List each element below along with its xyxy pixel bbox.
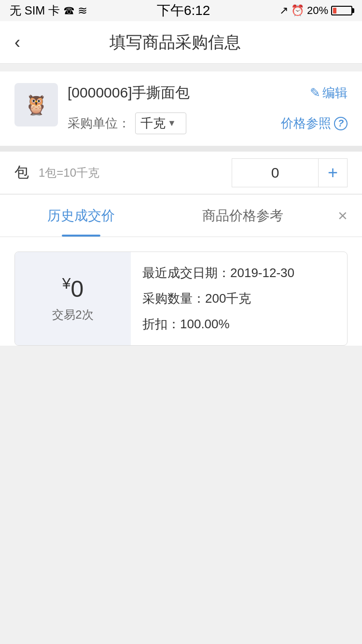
qty-input[interactable] [232,158,319,187]
history-detail-block: 最近成交日期：2019-12-30 采购数量：200千克 折扣：100.00% [131,252,347,345]
qty-unit-label: 包 [14,163,29,182]
product-card: 🦉 [0000006]手撕面包 ✎ 编辑 采购单位： 千克 ▼ [0,71,362,146]
purchase-qty-label: 采购数量： [142,291,205,306]
tab-active-underline [62,235,100,237]
section-divider [0,146,362,152]
discount-value: 100.00% [180,317,230,331]
edit-icon: ✎ [310,85,320,100]
tab-history-price[interactable]: 历史成交价 [0,195,162,237]
edit-label: 编辑 [322,84,348,101]
recent-date-value: 2019-12-30 [230,266,294,280]
unit-select[interactable]: 千克 ▼ [135,112,186,134]
location-icon: ↗ [279,4,288,17]
history-card: ¥0 交易2次 最近成交日期：2019-12-30 采购数量：200千克 折扣：… [14,252,348,346]
unit-label-text: 采购单位： [68,115,130,132]
discount-row: 折扣：100.00% [142,315,335,334]
product-info: [0000006]手撕面包 ✎ 编辑 采购单位： 千克 ▼ 价格参照 [68,83,348,134]
qty-input-area: + [232,158,348,187]
history-price-value: ¥0 [62,275,84,302]
currency-symbol: ¥ [62,275,71,292]
price-amount: 0 [71,276,84,302]
close-icon: × [338,206,348,225]
main-content-area [0,360,362,644]
help-circle-icon: ? [334,117,348,130]
qty-plus-button[interactable]: + [319,158,348,187]
edit-button[interactable]: ✎ 编辑 [310,84,348,101]
status-time: 下午6:12 [157,1,210,20]
close-panel-button[interactable]: × [323,195,362,237]
status-bar: 无 SIM 卡 ☎ ≋ 下午6:12 ↗ ⏰ 20% [0,0,362,21]
product-name: [0000006]手撕面包 [68,83,190,103]
unit-value: 千克 [140,115,166,132]
tab-price-ref-label: 商品价格参考 [202,207,283,225]
tab-price-reference[interactable]: 商品价格参考 [162,195,323,237]
battery-percent: 20% [307,4,328,17]
quantity-row: 包 1包=10千克 + [0,152,362,194]
tabs-panel: 历史成交价 商品价格参考 × ¥0 交易2次 最近成交日期：2019-12-30… [0,194,362,346]
page-title: 填写商品采购信息 [30,31,320,54]
status-right: ↗ ⏰ 20% [279,4,352,17]
unit-label-area: 采购单位： 千克 ▼ [68,112,186,134]
battery-icon [331,6,352,15]
carrier-text: 无 SIM 卡 ☎ ≋ [10,3,87,18]
discount-label: 折扣： [142,317,180,331]
alarm-icon: ⏰ [291,4,304,17]
history-price-block: ¥0 交易2次 [15,252,131,345]
tab-history-label: 历史成交价 [47,207,115,225]
qty-conversion-note: 1包=10千克 [39,165,222,181]
tabs-header: 历史成交价 商品价格参考 × [0,195,362,237]
price-ref-label: 价格参照 [281,115,331,132]
status-left: 无 SIM 卡 ☎ ≋ [10,3,87,18]
history-trades-count: 交易2次 [52,307,93,322]
back-button[interactable]: ‹ [14,34,20,51]
recent-date-row: 最近成交日期：2019-12-30 [142,264,335,282]
purchase-qty-row: 采购数量：200千克 [142,289,335,308]
recent-date-label: 最近成交日期： [142,266,230,280]
price-reference-link[interactable]: 价格参照 ? [281,115,348,132]
product-thumbnail: 🦉 [14,83,58,126]
product-logo-icon: 🦉 [24,94,48,116]
header: ‹ 填写商品采购信息 [0,21,362,64]
purchase-qty-value: 200千克 [205,291,251,306]
dropdown-arrow-icon: ▼ [167,118,176,128]
